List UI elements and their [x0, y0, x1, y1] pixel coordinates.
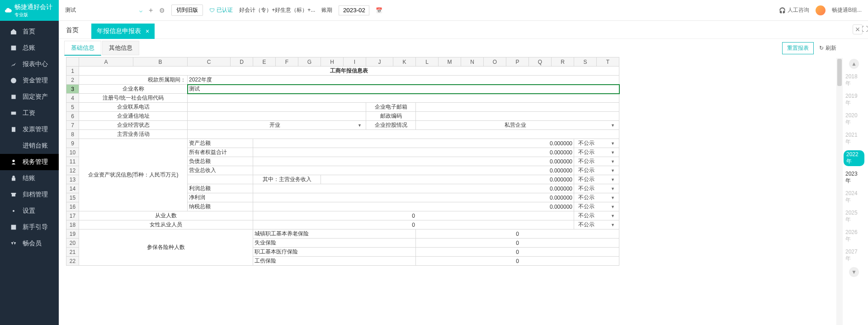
- logo-subtitle: 专业版: [14, 12, 52, 18]
- shield-icon: 🛡: [209, 7, 215, 14]
- topbar: 测试 ⌵ + ⚙ 切到旧版 🛡 已认证 好会计（专）+好生意（标）+... 账期…: [59, 0, 868, 21]
- user-name[interactable]: 畅捷通B组...: [832, 6, 862, 14]
- refresh-icon: ↻: [819, 45, 824, 51]
- chart-icon: [10, 61, 17, 68]
- asset-icon: [10, 93, 17, 100]
- nav-reports[interactable]: 报表中心: [0, 56, 59, 72]
- support-link[interactable]: 🎧 人工咨询: [779, 6, 809, 14]
- home-icon: [10, 28, 17, 35]
- year-2021[interactable]: 2021年: [844, 131, 864, 147]
- salary-icon: [10, 110, 17, 117]
- year-2023[interactable]: 2023年: [844, 170, 864, 186]
- year-2020[interactable]: 2020年: [844, 111, 864, 127]
- cloud-icon: [5, 7, 12, 14]
- year-2026[interactable]: 2026年: [844, 228, 864, 244]
- period-input[interactable]: [339, 5, 369, 15]
- ledger-icon: [10, 44, 17, 52]
- company-selector[interactable]: 测试 ⌵: [65, 6, 142, 14]
- money-icon: [10, 77, 17, 84]
- expand-icon[interactable]: ⛶: [862, 25, 868, 33]
- cell-company-name[interactable]: 测试: [188, 85, 619, 94]
- verified-badge[interactable]: 🛡 已认证: [209, 6, 233, 14]
- scroll-thumb[interactable]: [837, 59, 842, 86]
- nav-invoice[interactable]: 发票管理: [0, 121, 59, 138]
- tab-home[interactable]: 首页: [59, 24, 86, 37]
- stock-icon: [10, 142, 17, 149]
- archive-icon: [10, 191, 17, 198]
- reset-button[interactable]: 重置报表: [782, 42, 814, 54]
- chevron-down-icon[interactable]: ▼: [611, 123, 615, 128]
- year-2019[interactable]: 2019年: [844, 92, 864, 108]
- subtab-basic[interactable]: 基础信息: [64, 41, 101, 56]
- chevron-down-icon[interactable]: ▼: [358, 123, 362, 128]
- nav-funds[interactable]: 资金管理: [0, 72, 59, 89]
- col-headers: ABCDEFGHIJKLMNOPQRST: [66, 57, 619, 67]
- vip-icon: [10, 240, 17, 247]
- close-main-button[interactable]: ×: [853, 24, 863, 34]
- logo-title: 畅捷通好会计: [14, 3, 52, 10]
- status-dropdown: 开业▼: [189, 121, 364, 129]
- nav-guide[interactable]: 新手引导: [0, 219, 59, 235]
- logo: 畅捷通好会计 专业版: [0, 0, 59, 21]
- nav-close[interactable]: 结账: [0, 170, 59, 186]
- year-2018[interactable]: 2018年: [844, 72, 864, 88]
- sidebar: 畅捷通好会计 专业版 首页 总账 报表中心 资金管理 固定资产 工资 发票管理 …: [0, 0, 59, 325]
- avatar[interactable]: [816, 5, 826, 15]
- nav-tax[interactable]: 税务管理: [0, 154, 59, 170]
- calendar-icon[interactable]: 📅: [376, 7, 382, 14]
- subtab-other[interactable]: 其他信息: [102, 41, 139, 55]
- nav-salary[interactable]: 工资: [0, 105, 59, 121]
- chevron-down-icon: ⌵: [139, 7, 142, 14]
- nav-archive[interactable]: 归档管理: [0, 186, 59, 203]
- tax-icon: [10, 158, 17, 166]
- company-name: 测试: [65, 6, 76, 14]
- nav-home[interactable]: 首页: [0, 24, 59, 40]
- year-2025[interactable]: 2025年: [844, 209, 864, 225]
- nav-assets[interactable]: 固定资产: [0, 89, 59, 105]
- nav-stock[interactable]: 进销台账: [0, 138, 59, 154]
- nav: 首页 总账 报表中心 资金管理 固定资产 工资 发票管理 进销台账 税务管理 结…: [0, 21, 59, 252]
- tab-annual-report[interactable]: 年报信息申报表 ×: [91, 24, 155, 39]
- svg-rect-3: [12, 178, 15, 181]
- svg-point-0: [11, 78, 16, 83]
- svg-rect-1: [11, 95, 15, 99]
- year-down-button[interactable]: ▼: [849, 267, 859, 277]
- sheet-title[interactable]: 工商年报信息表: [79, 67, 619, 76]
- vertical-scrollbar[interactable]: [836, 58, 843, 325]
- play-icon: [10, 224, 17, 231]
- year-2027[interactable]: 2027年: [844, 248, 864, 263]
- nav-ledger[interactable]: 总账: [0, 40, 59, 56]
- close-tab-icon[interactable]: ×: [146, 28, 149, 35]
- headset-icon: 🎧: [779, 7, 786, 14]
- tab-row: 首页 年报信息申报表 × × ⛶: [59, 21, 868, 39]
- svg-rect-2: [11, 112, 16, 115]
- gear-icon[interactable]: ⚙: [159, 7, 165, 14]
- chevron-down-icon[interactable]: ▼: [611, 141, 615, 146]
- subtab-row: 基础信息 其他信息 重置报表 ↻刷新: [59, 39, 841, 57]
- nav-vip[interactable]: 畅会员: [0, 235, 59, 252]
- gear-icon: [10, 207, 17, 215]
- svg-point-4: [13, 210, 14, 212]
- period-label: 账期: [321, 6, 332, 14]
- holding-dropdown: 私营企业▼: [417, 121, 618, 129]
- switch-old-button[interactable]: 切到旧版: [171, 5, 203, 16]
- lock-icon: [10, 175, 17, 182]
- nav-settings[interactable]: 设置: [0, 203, 59, 219]
- add-icon[interactable]: +: [149, 6, 153, 14]
- year-2022[interactable]: 2022年: [844, 150, 864, 166]
- invoice-icon: [10, 126, 17, 133]
- spreadsheet[interactable]: ABCDEFGHIJKLMNOPQRST 1工商年报信息表 2税款所属期间：20…: [66, 57, 836, 325]
- sheet-table: ABCDEFGHIJKLMNOPQRST 1工商年报信息表 2税款所属期间：20…: [66, 57, 619, 266]
- year-up-button[interactable]: ▲: [849, 59, 859, 69]
- plan-label: 好会计（专）+好生意（标）+...: [239, 6, 315, 14]
- year-2024[interactable]: 2024年: [844, 189, 864, 205]
- refresh-button[interactable]: ↻刷新: [815, 43, 841, 54]
- year-rail: ▲ 2018年 2019年 2020年 2021年 2022年 2023年 20…: [844, 59, 864, 277]
